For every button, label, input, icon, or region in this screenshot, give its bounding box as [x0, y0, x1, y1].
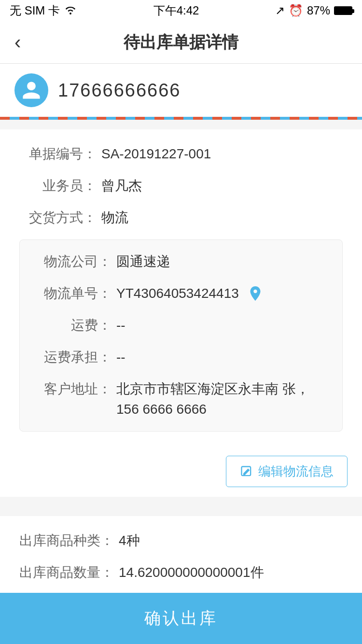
freight-row: 运费： -- — [34, 315, 328, 336]
freight-bearer-label: 运费承担： — [34, 347, 111, 367]
address-row: 客户地址： 北京市市辖区海淀区永丰南 张，156 6666 6666 — [34, 379, 328, 420]
sales-rep-value: 曾凡杰 — [97, 176, 343, 196]
logistics-company-row: 物流公司： 圆通速递 — [34, 252, 328, 272]
customer-phone: 17666666666 — [58, 80, 181, 101]
sim-status: 无 SIM 卡 — [10, 3, 60, 18]
location-icon[interactable] — [247, 285, 264, 302]
status-bar-time: 下午4:42 — [153, 3, 199, 18]
battery-level: 87% — [307, 4, 330, 17]
logistics-company-label: 物流公司： — [34, 252, 111, 272]
edit-icon — [240, 465, 253, 478]
order-info-section: 单据编号： SA-20191227-001 业务员： 曾凡杰 交货方式： 物流 … — [0, 129, 362, 446]
status-bar-right: ↗ ⏰ 87% — [275, 4, 352, 17]
freight-label: 运费： — [34, 315, 111, 336]
status-bar-left: 无 SIM 卡 — [10, 3, 77, 18]
delivery-method-value: 物流 — [97, 208, 343, 228]
user-icon — [21, 80, 42, 101]
goods-quantity-value: 14.620000000000001件 — [114, 562, 343, 583]
address-label: 客户地址： — [34, 379, 111, 399]
edit-logistics-button[interactable]: 编辑物流信息 — [226, 456, 348, 487]
tracking-number-row: 物流单号： YT43064053424413 — [34, 283, 328, 304]
alarm-icon: ⏰ — [289, 4, 303, 17]
goods-types-value: 4种 — [114, 531, 343, 551]
freight-bearer-row: 运费承担： -- — [34, 347, 328, 367]
sales-rep-row: 业务员： 曾凡杰 — [19, 176, 343, 196]
nav-bar: ‹ 待出库单据详情 — [0, 21, 362, 64]
goods-quantity-row: 出库商品数量： 14.620000000000001件 — [19, 562, 343, 583]
freight-bearer-value: -- — [111, 347, 328, 367]
document-number-row: 单据编号： SA-20191227-001 — [19, 144, 343, 164]
edit-logistics-label: 编辑物流信息 — [258, 463, 334, 480]
confirm-outbound-button[interactable]: 确认出库 — [14, 607, 348, 630]
goods-quantity-label: 出库商品数量： — [19, 562, 114, 583]
battery-icon — [334, 6, 352, 15]
goods-types-label: 出库商品种类： — [19, 531, 114, 551]
section-spacer-1 — [0, 497, 362, 506]
goods-section: 出库商品种类： 4种 出库商品数量： 14.620000000000001件 — [0, 516, 362, 597]
tracking-number-value: YT43064053424413 — [116, 283, 239, 304]
status-bar: 无 SIM 卡 下午4:42 ↗ ⏰ 87% — [0, 0, 362, 21]
confirm-btn-area: 确认出库 — [0, 593, 362, 644]
delivery-method-label: 交货方式： — [19, 208, 97, 228]
avatar — [14, 73, 48, 107]
page-title: 待出库单据详情 — [124, 31, 238, 54]
document-number-value: SA-20191227-001 — [97, 144, 343, 164]
customer-header: 17666666666 — [0, 64, 362, 117]
logistics-company-value: 圆通速递 — [111, 252, 328, 272]
wifi-icon — [64, 4, 77, 17]
sales-rep-label: 业务员： — [19, 176, 97, 196]
freight-value: -- — [111, 315, 328, 336]
location-indicator: ↗ — [275, 4, 285, 17]
tracking-number-label: 物流单号： — [34, 283, 111, 304]
edit-btn-row: 编辑物流信息 — [0, 446, 362, 497]
delivery-method-row: 交货方式： 物流 — [19, 208, 343, 228]
goods-types-row: 出库商品种类： 4种 — [19, 531, 343, 551]
address-value: 北京市市辖区海淀区永丰南 张，156 6666 6666 — [111, 379, 328, 420]
dashed-divider — [0, 117, 362, 120]
logistics-card: 物流公司： 圆通速递 物流单号： YT43064053424413 运费： --… — [19, 239, 343, 432]
tracking-number-container: YT43064053424413 — [111, 283, 328, 304]
back-button[interactable]: ‹ — [14, 31, 43, 53]
document-number-label: 单据编号： — [19, 144, 97, 164]
